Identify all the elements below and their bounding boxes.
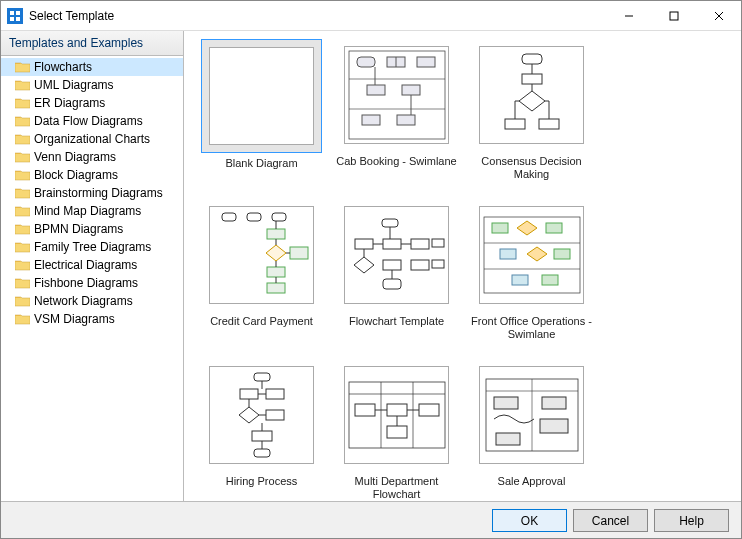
svg-rect-90 xyxy=(419,404,439,416)
svg-marker-64 xyxy=(517,221,537,235)
template-tile-sale-approval[interactable]: Sale Approval xyxy=(464,359,599,501)
close-button[interactable] xyxy=(696,1,741,30)
svg-rect-69 xyxy=(512,275,528,285)
sidebar-item-label: Venn Diagrams xyxy=(34,149,116,165)
template-thumbnail xyxy=(209,206,314,304)
sidebar-item-label: Mind Map Diagrams xyxy=(34,203,141,219)
svg-rect-88 xyxy=(355,404,375,416)
svg-marker-23 xyxy=(519,91,545,111)
sidebar-item-label: Flowcharts xyxy=(34,59,92,75)
svg-rect-14 xyxy=(367,85,385,95)
window-title: Select Template xyxy=(29,9,606,23)
sidebar-item-data-flow-diagrams[interactable]: Data Flow Diagrams xyxy=(1,112,183,130)
svg-rect-65 xyxy=(546,223,562,233)
svg-rect-5 xyxy=(670,12,678,20)
template-thumbnail xyxy=(479,366,584,464)
sidebar-item-label: Data Flow Diagrams xyxy=(34,113,143,129)
sidebar-item-uml-diagrams[interactable]: UML Diagrams xyxy=(1,76,183,94)
template-tile-flowchart-template[interactable]: Flowchart Template xyxy=(329,199,464,341)
template-thumbnail xyxy=(344,206,449,304)
svg-rect-50 xyxy=(383,260,401,270)
sidebar-item-label: UML Diagrams xyxy=(34,77,114,93)
sidebar-item-label: Electrical Diagrams xyxy=(34,257,137,273)
svg-rect-89 xyxy=(387,404,407,416)
template-thumbnail xyxy=(209,366,314,464)
svg-rect-45 xyxy=(382,219,398,227)
sidebar-item-label: Block Diagrams xyxy=(34,167,118,183)
svg-rect-77 xyxy=(254,449,270,457)
template-thumbnail xyxy=(479,46,584,144)
svg-marker-36 xyxy=(266,245,286,261)
svg-rect-54 xyxy=(383,279,401,289)
template-thumbnail xyxy=(344,46,449,144)
sidebar-item-label: ER Diagrams xyxy=(34,95,105,111)
sidebar-item-family-tree-diagrams[interactable]: Family Tree Diagrams xyxy=(1,238,183,256)
ok-button[interactable]: OK xyxy=(492,509,567,532)
template-label: Credit Card Payment xyxy=(210,315,313,328)
maximize-button[interactable] xyxy=(651,1,696,30)
sidebar-item-organizational-charts[interactable]: Organizational Charts xyxy=(1,130,183,148)
app-icon xyxy=(7,8,23,24)
svg-rect-70 xyxy=(542,275,558,285)
sidebar-item-mind-map-diagrams[interactable]: Mind Map Diagrams xyxy=(1,202,183,220)
svg-rect-73 xyxy=(266,389,284,399)
sidebar-item-electrical-diagrams[interactable]: Electrical Diagrams xyxy=(1,256,183,274)
svg-rect-21 xyxy=(522,54,542,64)
svg-rect-63 xyxy=(492,223,508,233)
sidebar-item-label: Brainstorming Diagrams xyxy=(34,185,163,201)
template-label: Consensus Decision Making xyxy=(469,155,594,181)
cancel-button[interactable]: Cancel xyxy=(573,509,648,532)
template-thumbnail xyxy=(209,47,314,145)
svg-rect-22 xyxy=(522,74,542,84)
sidebar-item-label: Organizational Charts xyxy=(34,131,150,147)
template-tile-consensus-decision-making[interactable]: Consensus Decision Making xyxy=(464,39,599,181)
template-label: Multi Department Flowchart xyxy=(334,475,459,501)
svg-rect-75 xyxy=(266,410,284,420)
sidebar-item-label: Family Tree Diagrams xyxy=(34,239,151,255)
template-tile-cab-booking-swimlane[interactable]: Cab Booking - Swimlane xyxy=(329,39,464,181)
svg-rect-48 xyxy=(411,239,429,249)
svg-rect-38 xyxy=(290,247,308,259)
svg-rect-68 xyxy=(554,249,570,259)
svg-rect-17 xyxy=(397,115,415,125)
sidebar-item-brainstorming-diagrams[interactable]: Brainstorming Diagrams xyxy=(1,184,183,202)
svg-rect-99 xyxy=(542,397,566,409)
svg-rect-33 xyxy=(247,213,261,221)
svg-rect-24 xyxy=(505,119,525,129)
sidebar-item-bpmn-diagrams[interactable]: BPMN Diagrams xyxy=(1,220,183,238)
svg-rect-91 xyxy=(387,426,407,438)
svg-rect-53 xyxy=(432,260,444,268)
svg-rect-25 xyxy=(539,119,559,129)
svg-rect-66 xyxy=(500,249,516,259)
template-label: Cab Booking - Swimlane xyxy=(336,155,456,168)
category-tree: FlowchartsUML DiagramsER DiagramsData Fl… xyxy=(1,56,183,330)
template-tile-front-office-operations-swimlane[interactable]: Front Office Operations - Swimlane xyxy=(464,199,599,341)
template-label: Front Office Operations - Swimlane xyxy=(469,315,594,341)
template-label: Flowchart Template xyxy=(349,315,444,328)
sidebar-item-block-diagrams[interactable]: Block Diagrams xyxy=(1,166,183,184)
svg-rect-72 xyxy=(240,389,258,399)
svg-rect-76 xyxy=(252,431,272,441)
sidebar-item-venn-diagrams[interactable]: Venn Diagrams xyxy=(1,148,183,166)
template-tile-blank-diagram[interactable]: Blank Diagram xyxy=(194,39,329,181)
svg-rect-46 xyxy=(355,239,373,249)
svg-rect-1 xyxy=(16,11,20,15)
template-tile-credit-card-payment[interactable]: Credit Card Payment xyxy=(194,199,329,341)
minimize-button[interactable] xyxy=(606,1,651,30)
window-controls xyxy=(606,1,741,30)
sidebar-item-flowcharts[interactable]: Flowcharts xyxy=(1,58,183,76)
sidebar-item-er-diagrams[interactable]: ER Diagrams xyxy=(1,94,183,112)
help-button[interactable]: Help xyxy=(654,509,729,532)
sidebar-item-vsm-diagrams[interactable]: VSM Diagrams xyxy=(1,310,183,328)
sidebar-item-fishbone-diagrams[interactable]: Fishbone Diagrams xyxy=(1,274,183,292)
svg-rect-47 xyxy=(383,239,401,249)
sidebar-item-network-diagrams[interactable]: Network Diagrams xyxy=(1,292,183,310)
sidebar-item-label: BPMN Diagrams xyxy=(34,221,123,237)
dialog-footer: OK Cancel Help xyxy=(1,501,741,539)
template-tile-multi-department-flowchart[interactable]: Multi Department Flowchart xyxy=(329,359,464,501)
svg-rect-2 xyxy=(10,17,14,21)
svg-marker-49 xyxy=(354,257,374,273)
svg-rect-37 xyxy=(267,267,285,277)
template-tile-hiring-process[interactable]: Hiring Process xyxy=(194,359,329,501)
svg-rect-52 xyxy=(432,239,444,247)
